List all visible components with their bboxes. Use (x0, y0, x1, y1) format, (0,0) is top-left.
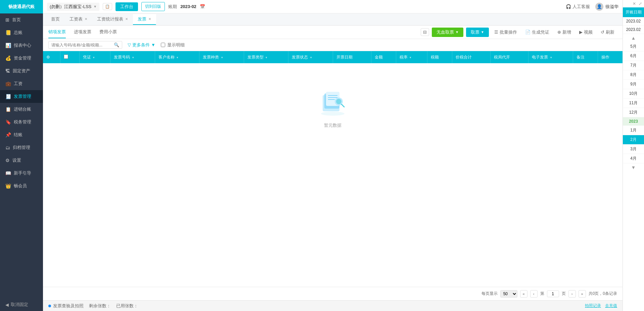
first-page-button[interactable]: « (520, 290, 527, 298)
rp-month-7[interactable]: 7月 (623, 61, 644, 70)
rp-month-9[interactable]: 9月 (623, 80, 644, 89)
rp-month-10[interactable]: 10月 (623, 89, 644, 99)
tab-home[interactable]: 首页 (46, 14, 65, 25)
th-tax-rate: 税率 ▾ (396, 51, 427, 63)
rp-month-12[interactable]: 12月 (623, 108, 644, 117)
rp-month-5[interactable]: 5月 (623, 42, 644, 51)
sidebar-item-sales-ledger[interactable]: 📋 进销台账 (0, 103, 43, 116)
tab-invoice[interactable]: 发票 ✕ (133, 14, 156, 25)
tab-invoice-close-icon[interactable]: ✕ (148, 17, 151, 21)
last-page-button[interactable]: » (579, 290, 586, 298)
page-label: 第 (540, 291, 544, 297)
select-all-checkbox[interactable] (64, 54, 68, 59)
company-selector[interactable]: (勿删）江西服宝-LSS ▼ (47, 3, 99, 11)
prev-page-button[interactable]: ‹ (530, 290, 538, 298)
sidebar-item-guide[interactable]: 📖 新手引导 (0, 167, 43, 180)
sidebar-item-salary[interactable]: 💼 工资 (0, 77, 43, 90)
crown-icon: 👑 (5, 183, 11, 189)
rp-month-3-2023[interactable]: 3月 (623, 145, 644, 154)
workbench-button[interactable]: 工作台 (116, 2, 138, 11)
copy-button[interactable]: 📋 (103, 3, 112, 10)
take-ticket-button[interactable]: 取票 ▼ (466, 28, 489, 37)
sidebar-item-fixed-assets[interactable]: 🏗 固定资产 (0, 65, 43, 77)
sidebar-item-general-ledger[interactable]: 📒 总账 (0, 26, 43, 39)
sidebar-item-tax-mgmt[interactable]: 🔖 税务管理 (0, 116, 43, 128)
sidebar-item-settlement[interactable]: 📌 结账 (0, 128, 43, 141)
show-detail-label[interactable]: 显示明细 (161, 42, 185, 48)
new-button[interactable]: ⊕ 新增 (555, 28, 574, 37)
th-invoice-status: 发票状态 ▾ (288, 51, 333, 63)
page-input[interactable] (547, 290, 559, 297)
th-invoice-type: 发票种类 ▾ (199, 51, 244, 63)
sort-invoice-type-icon[interactable]: ▾ (221, 56, 223, 59)
tab-salary-table-close-icon[interactable]: ✕ (85, 17, 87, 21)
rp-month-8[interactable]: 8月 (623, 70, 644, 80)
refresh-button[interactable]: ↺ 刷新 (598, 28, 617, 37)
more-conditions-button[interactable]: ▽ 更多条件 ▼ (128, 42, 155, 48)
sub-tab-purchase[interactable]: 进项发票 (74, 26, 91, 38)
sort-customer-icon[interactable]: ▾ (177, 56, 178, 59)
service-link[interactable]: 🎧 人工客服 (566, 4, 590, 10)
rp-month-2-2023[interactable]: 2月 (623, 135, 644, 145)
sidebar-bottom-pin[interactable]: ◀ 取消固定 (0, 298, 43, 311)
photo-record-link[interactable]: 拍照记录 (585, 303, 601, 309)
rp-date-item-1[interactable]: 2023.02 (623, 26, 644, 34)
search-input[interactable] (51, 43, 112, 47)
calendar-icon: 📅 (200, 4, 205, 9)
per-page-select[interactable]: 20 50 100 (500, 290, 517, 298)
sidebar-item-reports[interactable]: 📊 报表中心 (0, 39, 43, 52)
no-tax-button[interactable]: 无血取票 ▼ (432, 28, 463, 37)
tab-salary-stats[interactable]: 工资统计报表 ✕ (92, 14, 133, 25)
gear-icon: ⚙ (5, 158, 10, 163)
next-page-button[interactable]: › (568, 290, 576, 298)
rp-month-4-2023[interactable]: 4月 (623, 154, 644, 163)
empty-illustration (316, 90, 350, 117)
sort-tax-rate-icon[interactable]: ▾ (410, 56, 411, 59)
recharge-link[interactable]: 去充值 (605, 303, 617, 309)
book-icon: 📒 (5, 30, 11, 35)
sort-invoice-category-icon[interactable]: ▾ (266, 56, 267, 59)
rp-close-button[interactable]: ✕ (632, 1, 637, 7)
rp-maximize-button[interactable]: ⤢ (638, 1, 643, 7)
sidebar-item-invoice-mgmt[interactable]: 🧾 发票管理 (0, 90, 43, 103)
video-button[interactable]: ▶ 视频 (577, 28, 595, 37)
sidebar-item-settings[interactable]: ⚙ 设置 (0, 154, 43, 167)
gen-voucher-button[interactable]: 📄 生成凭证 (522, 28, 552, 37)
svg-line-9 (341, 104, 344, 107)
column-settings-button[interactable]: ⊟ (421, 28, 429, 36)
sort-invoice-no-icon[interactable]: ▾ (132, 56, 134, 59)
sub-tab-sales[interactable]: 销项发票 (48, 26, 66, 38)
th-settings[interactable]: ⚙ (43, 51, 60, 63)
sub-tab-expense[interactable]: 费用小票 (99, 26, 117, 38)
rp-scroll-up[interactable]: ▲ (623, 34, 644, 42)
tab-salary-stats-label: 工资统计报表 (97, 16, 123, 22)
rp-month-11[interactable]: 11月 (623, 99, 644, 108)
sort-invoice-status-icon[interactable]: ▾ (310, 56, 312, 59)
tab-salary-stats-close-icon[interactable]: ✕ (125, 17, 128, 21)
user-name: 徐溢华 (605, 4, 618, 10)
rp-month-1-2023[interactable]: 1月 (623, 126, 644, 135)
used-label: 已用张数： (116, 303, 138, 309)
sort-e-invoice-icon[interactable]: ▾ (550, 56, 552, 59)
rp-month-6[interactable]: 6月 (623, 51, 644, 61)
search-icon[interactable]: 🔍 (114, 42, 119, 47)
sidebar-item-home[interactable]: ⊞ 首页 (0, 13, 43, 26)
sidebar-item-funds[interactable]: 💰 资金管理 (0, 52, 43, 65)
rp-header[interactable]: 开账日期 (623, 7, 644, 17)
sort-voucher-icon[interactable]: ▾ (93, 56, 95, 59)
no-tax-dropdown-icon: ▼ (455, 30, 459, 34)
switch-version-button[interactable]: 切到旧版 (141, 2, 165, 11)
show-detail-checkbox[interactable] (161, 43, 165, 47)
rp-scroll-down[interactable]: ▼ (623, 163, 644, 171)
sidebar-item-label: 工资 (14, 81, 22, 87)
th-checkbox[interactable] (60, 51, 79, 63)
rp-date-item-0[interactable]: 2023.02 (623, 17, 644, 26)
batch-ops-button[interactable]: ☰ 批量操作 (492, 28, 520, 37)
sidebar-item-archive-mgmt[interactable]: 🗂 归档管理 (0, 141, 43, 154)
sub-tab-purchase-label: 进项发票 (74, 29, 91, 34)
video-icon: ▶ (579, 30, 583, 35)
user-info[interactable]: 👤 徐溢华 (595, 3, 618, 11)
sidebar-item-member[interactable]: 👑 畅会员 (0, 180, 43, 192)
pin-icon: ◀ (5, 302, 9, 307)
tab-salary-table[interactable]: 工资表 ✕ (65, 14, 92, 25)
